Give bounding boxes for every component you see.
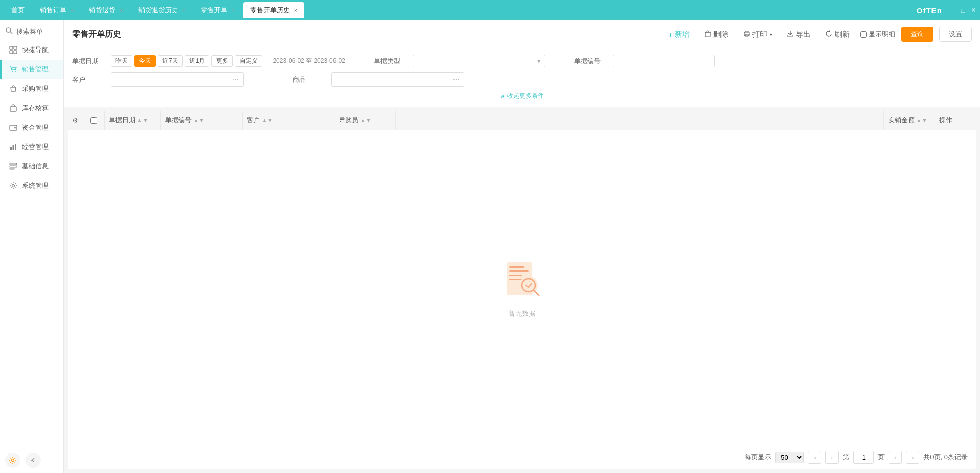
th-action: 操作 [935, 111, 976, 130]
th-checkbox[interactable] [86, 111, 105, 130]
sidebar-item-finance-label: 资金管理 [22, 123, 49, 132]
print-dropdown-icon: ▾ [770, 32, 772, 37]
last-page-btn[interactable]: » [906, 451, 919, 464]
tab-sales-return[interactable]: 销货退货 × [82, 2, 130, 18]
wallet-icon [9, 123, 18, 132]
chart-icon [9, 142, 18, 152]
select-all-checkbox[interactable] [90, 117, 97, 124]
bag-icon [9, 84, 18, 93]
add-button[interactable]: + 新增 [664, 28, 694, 41]
gear-icon[interactable]: ⚙ [72, 117, 78, 125]
date-btn-1month[interactable]: 近1月 [185, 55, 210, 67]
svg-point-10 [14, 127, 16, 129]
sidebar-collapse-btn[interactable] [26, 453, 41, 468]
page-number-input[interactable] [853, 451, 874, 464]
svg-rect-11 [10, 147, 12, 150]
sort-icon-customer: ▲▼ [261, 117, 273, 123]
filter-row-1: 单据日期 昨天 今天 近7天 近1月 更多 自定义 2023-06-02 至 2… [72, 55, 972, 67]
sidebar-item-inventory[interactable]: 库存核算 [0, 98, 63, 118]
sidebar-search-label: 搜索菜单 [16, 27, 43, 36]
goods-dots[interactable]: ··· [453, 75, 460, 84]
window-close[interactable]: × [971, 6, 976, 15]
goods-input[interactable]: ··· [331, 72, 464, 87]
first-page-btn[interactable]: « [808, 451, 821, 464]
sidebar-item-ops-mgmt[interactable]: 经营管理 [0, 137, 63, 157]
empty-icon [499, 257, 545, 303]
query-button[interactable]: 查询 [901, 27, 933, 42]
sidebar-item-sys-mgmt[interactable]: 系统管理 [0, 176, 63, 195]
filter-row-2: 客户 ··· 商品 ··· [72, 72, 972, 87]
date-btn-more[interactable]: 更多 [211, 55, 233, 67]
tab-retail-open[interactable]: 零售开单 × [194, 2, 242, 18]
tab-retail-open-history-close[interactable]: × [294, 7, 297, 13]
refresh-button[interactable]: 刷新 [821, 28, 854, 41]
date-btn-yesterday[interactable]: 昨天 [111, 55, 132, 67]
svg-rect-14 [10, 163, 17, 165]
svg-point-17 [12, 185, 15, 187]
sidebar-settings-btn[interactable] [5, 453, 20, 468]
per-page-select[interactable]: 50 20 100 [775, 452, 804, 463]
sidebar-item-finance[interactable]: 资金管理 [0, 118, 63, 137]
tab-sales-return-history-close[interactable]: × [182, 7, 185, 13]
svg-line-31 [534, 290, 539, 295]
window-min[interactable]: — [948, 7, 955, 14]
pagination: 每页显示 50 20 100 « ‹ 第 页 › » 共0页, 0条记录 [68, 445, 976, 469]
delete-button[interactable]: 删除 [700, 28, 733, 41]
th-guide[interactable]: 导购员 ▲▼ [334, 111, 396, 130]
add-icon: + [668, 30, 673, 39]
tab-retail-open-close[interactable]: × [231, 7, 234, 13]
empty-text: 暂无数据 [509, 309, 535, 318]
show-detail-checkbox[interactable]: 显示明细 [860, 30, 895, 39]
tab-sales-order[interactable]: 销售订单 × [33, 2, 81, 18]
settings-button[interactable]: 设置 [939, 27, 972, 42]
th-settings[interactable]: ⚙ [68, 111, 86, 130]
svg-point-7 [15, 71, 16, 72]
prev-page-btn[interactable]: ‹ [825, 451, 839, 464]
date-filter-label: 单据日期 [72, 57, 103, 66]
print-button[interactable]: 打印 ▾ [739, 28, 776, 41]
show-detail-input[interactable] [860, 31, 867, 38]
tab-home[interactable]: 首页 [4, 2, 32, 18]
th-amount[interactable]: 实销金额 ▲▼ [884, 111, 935, 130]
date-range-display: 2023-06-02 至 2023-06-02 [273, 57, 345, 65]
sidebar-item-quick-nav-label: 快捷导航 [22, 45, 49, 55]
tab-home-label: 首页 [11, 6, 25, 15]
svg-rect-13 [15, 144, 16, 150]
date-btn-7days[interactable]: 近7天 [158, 55, 183, 67]
tab-sales-return-close[interactable]: × [119, 7, 123, 13]
doc-no-label: 单据编号 [574, 57, 605, 66]
sidebar-search[interactable]: 搜索菜单 [0, 20, 63, 40]
collapse-up-icon: ∧ [500, 93, 505, 100]
goods-label: 商品 [293, 75, 323, 84]
date-btn-today[interactable]: 今天 [134, 55, 156, 67]
tab-sales-return-history[interactable]: 销货退货历史 × [131, 2, 193, 18]
show-detail-label: 显示明细 [869, 30, 895, 39]
sidebar-item-basic-info[interactable]: 基础信息 [0, 157, 63, 176]
tab-retail-open-history[interactable]: 零售开单历史 × [243, 2, 304, 18]
sidebar-item-sales-mgmt[interactable]: 销售管理 [0, 60, 63, 79]
collapse-conditions[interactable]: ∧ 收起更多条件 [72, 92, 972, 101]
customer-input[interactable]: ··· [111, 72, 244, 87]
doc-type-select[interactable]: ▾ [413, 55, 545, 67]
th-doc-date[interactable]: 单据日期 ▲▼ [105, 111, 161, 130]
sidebar-item-basic-info-label: 基础信息 [22, 162, 49, 171]
customer-dots[interactable]: ··· [232, 75, 239, 84]
content-area: 零售开单历史 + 新增 删除 [64, 20, 980, 473]
sidebar-item-quick-nav[interactable]: 快捷导航 [0, 40, 63, 60]
top-nav: 首页 销售订单 × 销货退货 × 销货退货历史 × 零售开单 × 零售开单历史 … [0, 0, 980, 20]
sort-icon-doc-no: ▲▼ [193, 117, 204, 123]
svg-rect-23 [745, 34, 748, 36]
window-max[interactable]: □ [961, 7, 965, 14]
next-page-btn[interactable]: › [889, 451, 902, 464]
doc-no-input[interactable] [613, 55, 715, 67]
sidebar-item-purchase-mgmt-label: 采购管理 [22, 84, 49, 93]
th-doc-no[interactable]: 单据编号 ▲▼ [161, 111, 243, 130]
date-btn-custom[interactable]: 自定义 [235, 55, 262, 67]
sidebar-item-purchase-mgmt[interactable]: 采购管理 [0, 79, 63, 98]
sidebar-item-sales-mgmt-label: 销售管理 [22, 65, 49, 74]
th-customer[interactable]: 客户 ▲▼ [243, 111, 334, 130]
export-button[interactable]: 导出 [782, 28, 815, 41]
page-label: 第 [843, 453, 849, 462]
svg-rect-4 [10, 51, 13, 54]
tab-sales-order-close[interactable]: × [70, 7, 74, 13]
